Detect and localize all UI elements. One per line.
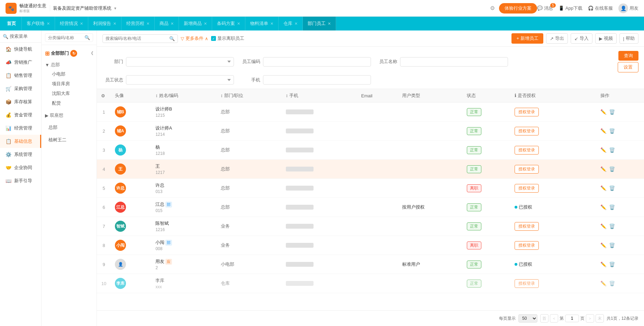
emp-name-input[interactable] [400,57,508,67]
col-name[interactable]: ↕ 姓名/编码 [151,89,216,103]
authorize-login-button[interactable]: 授权登录 [515,279,539,288]
prev-page-btn[interactable]: ＜ [550,314,558,323]
sidebar-item-finance[interactable]: 💰 资金管理 [0,108,41,122]
edit-icon[interactable]: ✏️ [600,128,606,134]
tab-add-goods[interactable]: 新增商品 ✕ [179,17,212,30]
edit-icon[interactable]: ✏️ [600,147,606,153]
tree-all-dept[interactable]: ⊞ 全部部门 ↻ 《 [42,48,97,59]
edit-icon[interactable]: ✏️ [600,262,606,267]
sidebar-item-inventory[interactable]: 📦 库存核算 [0,95,41,108]
tree-search-input[interactable] [48,35,83,40]
close-icon[interactable]: ✕ [146,21,149,26]
tab-history[interactable]: 经营历程 ✕ [121,17,155,30]
authorize-login-button[interactable]: 授权登录 [515,127,539,135]
online-support-btn[interactable]: 🎧 在线客服 [588,5,613,11]
app-download-btn[interactable]: 📱 App下载 [559,5,582,11]
sidebar-item-system[interactable]: ⚙️ 系统管理 [0,148,41,161]
col-settings[interactable]: ⚙ [97,89,111,103]
sidebar-item-marketing[interactable]: 📣 营销推广 [0,56,41,69]
tree-node-shuangzuo[interactable]: ▶ 双座想 [42,111,97,120]
emp-code-input[interactable] [263,57,371,67]
sidebar-item-collab[interactable]: 🤝 企业协同 [0,161,41,174]
page-size-select[interactable]: 50 20 100 [518,314,537,323]
collapse-icon[interactable]: 《 [89,51,93,56]
dept-select[interactable] [126,57,234,67]
close-icon[interactable]: ✕ [171,21,174,26]
set-button[interactable]: 设置 [618,62,638,72]
tab-barcode[interactable]: 条码方案 ✕ [212,17,245,30]
close-icon[interactable]: ✕ [237,21,240,26]
close-icon[interactable]: ✕ [204,21,207,26]
authorize-login-button[interactable]: 授权登录 [515,165,539,174]
tab-warehouse[interactable]: 仓库 ✕ [279,17,303,30]
sidebar-item-guide[interactable]: 📖 新手引导 [0,174,41,187]
tab-customer[interactable]: 客户联络 ✕ [22,17,55,30]
message-btn[interactable]: 💬 消息 5 [537,5,553,11]
tree-group-label[interactable]: ▼ 总部 [42,60,97,69]
delete-icon[interactable]: 🗑️ [609,109,615,115]
settings-icon[interactable]: ⚙ [490,5,495,11]
edit-icon[interactable]: ✏️ [600,243,606,248]
tree-node-shenyang[interactable]: 沈阳大库 [42,89,97,98]
sidebar-item-quicknav[interactable]: 🏠 快捷导航 [0,43,41,56]
tree-node-zhishu[interactable]: 植树王二 [42,135,97,145]
add-employee-button[interactable]: + 新增员工 [511,33,543,44]
first-page-btn[interactable]: 首 [540,314,548,323]
sidebar-search[interactable]: 🔍 搜索菜单 [0,30,41,43]
tree-node-peihuo[interactable]: 配货 [42,98,97,108]
delete-icon[interactable]: 🗑️ [609,281,615,286]
close-icon[interactable]: ✕ [113,21,116,26]
close-icon[interactable]: ✕ [270,21,273,26]
edit-icon[interactable]: ✏️ [600,223,606,229]
view-button[interactable]: ▶ 视频 [595,33,617,44]
edit-icon[interactable]: ✏️ [600,185,606,191]
sidebar-item-bizmanage[interactable]: 📊 经营管理 [0,122,41,135]
sidebar-item-sales[interactable]: 📋 销售管理 [0,69,41,82]
edit-icon[interactable]: ✏️ [600,166,606,172]
edit-icon[interactable]: ✏️ [600,281,606,286]
page-number-input[interactable] [565,315,579,322]
close-icon[interactable]: ✕ [47,21,50,26]
delete-icon[interactable]: 🗑️ [609,128,615,134]
delete-icon[interactable]: 🗑️ [609,185,615,191]
authorize-login-button[interactable]: 授权登录 [515,184,539,193]
import-button[interactable]: ↙ 导入 [571,33,592,44]
col-dept[interactable]: ↕ 部门/职位 [217,89,282,103]
edit-icon[interactable]: ✏️ [600,109,606,115]
sidebar-item-basic-info[interactable]: 📋 基础信息 [0,135,41,148]
close-icon[interactable]: ✕ [328,21,331,26]
tree-node-zongbu[interactable]: 总部 [42,123,97,132]
tab-profit[interactable]: 利润报告 ✕ [88,17,121,30]
tree-node-project[interactable]: 项目库房 [42,79,97,89]
tab-goods[interactable]: 商品 ✕ [155,17,179,30]
delete-icon[interactable]: 🗑️ [609,166,615,172]
emp-status-select[interactable] [126,75,234,85]
tab-bom[interactable]: 物料清单 ✕ [245,17,279,30]
authorize-login-button[interactable]: 授权登录 [515,108,539,116]
authorize-login-button[interactable]: 授权登录 [515,222,539,231]
authorize-login-button[interactable]: 授权登录 [515,146,539,155]
help-button[interactable]: | 帮助 [619,33,638,44]
close-icon[interactable]: ✕ [80,21,83,26]
close-icon[interactable]: ✕ [294,21,298,26]
delete-icon[interactable]: 🗑️ [609,262,615,267]
search-input[interactable] [106,36,168,41]
trial-button[interactable]: 体验行业方案 [499,3,537,14]
sidebar-item-purchase[interactable]: 🛒 采购管理 [0,82,41,95]
show-resigned-toggle[interactable]: ✓ 显示离职员工 [211,35,244,42]
delete-icon[interactable]: 🗑️ [609,204,615,210]
dropdown-arrow-icon[interactable]: ▾ [114,6,116,11]
col-phone[interactable]: ↕ 手机 [282,89,357,103]
delete-icon[interactable]: 🗑️ [609,243,615,248]
tab-home[interactable]: 首页 [1,17,22,30]
refresh-icon[interactable]: ↻ [70,50,77,57]
delete-icon[interactable]: 🗑️ [609,223,615,229]
tab-operation[interactable]: 经营情况 ✕ [55,17,88,30]
user-menu[interactable]: 👤 用友 [618,3,638,13]
phone-input[interactable] [263,75,371,85]
authorize-login-button[interactable]: 授权登录 [515,241,539,250]
query-button[interactable]: 查询 [618,51,638,61]
edit-icon[interactable]: ✏️ [600,204,606,210]
delete-icon[interactable]: 🗑️ [609,147,615,153]
tree-node-xiaodibu[interactable]: 小电部 [42,69,97,79]
